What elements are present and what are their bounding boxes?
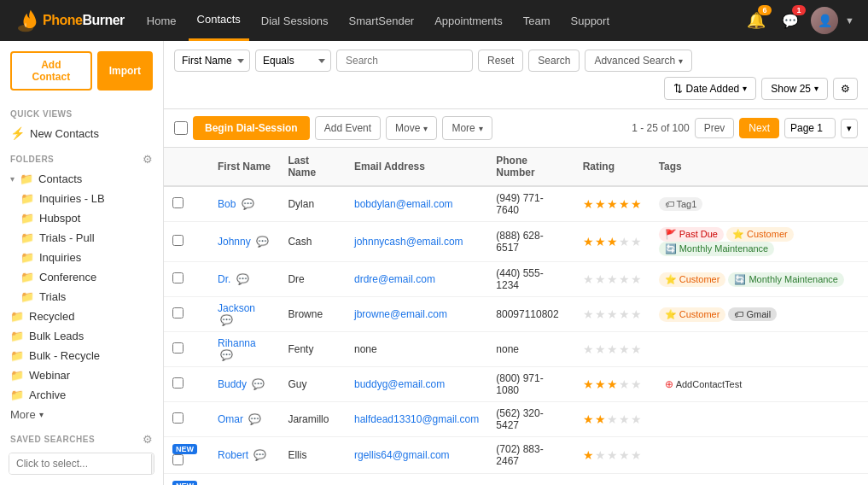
star-4: ★ (619, 448, 630, 462)
contact-first-name-link[interactable]: Omar (218, 413, 243, 425)
contact-first-name-link[interactable]: Buddy (218, 378, 247, 390)
search-button[interactable]: Search (528, 50, 580, 72)
star-1: ★ (583, 377, 594, 391)
email-link[interactable]: drdre@email.com (354, 273, 435, 285)
nav-team[interactable]: Team (515, 0, 559, 41)
comment-icon[interactable]: 💬 (242, 198, 254, 210)
select-all-checkbox[interactable] (174, 121, 188, 135)
notifications-button[interactable]: 🔔 6 (743, 7, 770, 34)
sidebar-folder-webinar[interactable]: 📁 Webinar (0, 365, 163, 385)
email-link[interactable]: rgellis64@gmail.com (354, 449, 450, 461)
comment-icon[interactable]: 💬 (252, 378, 265, 390)
comment-icon[interactable]: 💬 (220, 349, 233, 361)
nav-contacts[interactable]: Contacts (189, 0, 249, 41)
sidebar-folder-trials-pull[interactable]: 📁 Trials - Pull (0, 228, 163, 248)
page-input[interactable] (784, 118, 836, 138)
col-last-name[interactable]: Last Name (279, 148, 346, 186)
sidebar-folder-contacts[interactable]: ▾ 📁 Contacts (0, 169, 163, 189)
table-settings-button[interactable]: ⚙ (833, 78, 858, 100)
tags-cell: 🚩 Past Due⭐ Customer🔄 Monthly Maintenanc… (650, 222, 868, 262)
sidebar-folder-archive[interactable]: 📁 Archive (0, 385, 163, 405)
col-phone[interactable]: Phone Number (487, 148, 574, 186)
filter-search-input[interactable] (336, 50, 473, 72)
saved-search-dropdown-arrow[interactable]: ▾ (151, 454, 154, 474)
folders-gear-icon[interactable]: ⚙ (143, 153, 153, 166)
email-link[interactable]: buddyg@email.com (354, 378, 445, 390)
more-label: More (10, 408, 36, 421)
col-email[interactable]: Email Address (346, 148, 487, 186)
col-tags[interactable]: Tags (650, 148, 868, 186)
avatar[interactable]: 👤 (811, 7, 838, 34)
contact-first-name-link[interactable]: Rihanna (218, 337, 256, 349)
tag: ⊕ AddContactTest (659, 377, 749, 392)
sidebar-folder-bulk-recycle[interactable]: 📁 Bulk - Recycle (0, 346, 163, 365)
comment-icon[interactable]: 💬 (248, 413, 261, 425)
sidebar-item-new-contacts[interactable]: ⚡ New Contacts (0, 122, 163, 144)
comment-icon[interactable]: 💬 (220, 314, 233, 326)
show-button[interactable]: Show 25 ▾ (761, 78, 828, 100)
email-link[interactable]: halfdead13310@gmail.com (354, 413, 479, 425)
last-name-cell: Browne (279, 297, 346, 332)
prev-page-button[interactable]: Prev (695, 118, 735, 138)
sidebar-folder-inquiries[interactable]: 📁 Inquiries (0, 248, 163, 267)
email-link[interactable]: bobdylan@email.com (354, 198, 453, 210)
contact-first-name-link[interactable]: Robert (218, 449, 248, 461)
contact-first-name-link[interactable]: Johnny (218, 236, 251, 248)
nav-dial-sessions[interactable]: Dial Sessions (253, 0, 337, 41)
filter-field-select[interactable]: First Name Last Name Email Phone (174, 50, 250, 72)
nav-appointments[interactable]: Appointments (426, 0, 511, 41)
sort-button[interactable]: ⇅ Date Added ▾ (664, 77, 757, 100)
phone-cell: (949) 771-7640 (487, 186, 574, 222)
sidebar-folder-bulk-leads[interactable]: 📁 Bulk Leads (0, 326, 163, 346)
contact-first-name-link[interactable]: Dr. (218, 273, 230, 285)
sidebar-more-button[interactable]: More ▾ (0, 405, 163, 424)
move-button[interactable]: Move ▾ (386, 116, 437, 140)
sidebar-folder-conference[interactable]: 📁 Conference (0, 267, 163, 287)
row-checkbox[interactable] (172, 307, 184, 318)
star-3: ★ (607, 272, 618, 286)
sidebar-folder-hubspot[interactable]: 📁 Hubspot (0, 208, 163, 228)
email-link[interactable]: jbrowne@email.com (354, 308, 447, 320)
folders-label: FOLDERS (10, 155, 54, 164)
row-checkbox[interactable] (172, 377, 184, 389)
row-checkbox[interactable] (172, 235, 184, 246)
contact-first-name-link[interactable]: Bob (218, 198, 236, 210)
messages-button[interactable]: 💬 1 (777, 7, 804, 34)
col-rating[interactable]: Rating (574, 148, 650, 186)
comment-icon[interactable]: 💬 (236, 273, 249, 285)
saved-searches-gear-icon[interactable]: ⚙ (143, 433, 153, 446)
sidebar-folder-recycled[interactable]: 📁 Recycled (0, 307, 163, 326)
advanced-search-button[interactable]: Advanced Search ▾ (585, 50, 692, 72)
import-button[interactable]: Import (97, 51, 153, 91)
row-checkbox[interactable] (172, 197, 184, 208)
nav-support[interactable]: Support (562, 0, 619, 41)
add-event-button[interactable]: Add Event (315, 116, 381, 140)
col-first-name[interactable]: First Name (209, 148, 279, 186)
row-check-cell (164, 367, 209, 402)
nav-home[interactable]: Home (138, 0, 185, 41)
row-checkbox[interactable] (172, 342, 184, 354)
filter-operator-select[interactable]: Equals Contains Starts With (255, 50, 331, 72)
star-2: ★ (595, 377, 606, 391)
sidebar-folder-trials[interactable]: 📁 Trials (0, 287, 163, 307)
comment-icon[interactable]: 💬 (256, 236, 269, 248)
email-link[interactable]: johnnycash@email.com (354, 236, 463, 248)
add-contact-button[interactable]: Add Contact (10, 51, 92, 91)
avatar-dropdown-arrow[interactable]: ▼ (845, 15, 854, 26)
sidebar-folder-inquiries-lb[interactable]: 📁 Inquiries - LB (0, 189, 163, 208)
contact-first-name-link[interactable]: Jackson (218, 302, 255, 314)
next-page-button[interactable]: Next (739, 118, 779, 138)
row-checkbox[interactable] (172, 454, 184, 465)
row-checkbox[interactable] (172, 412, 184, 424)
begin-dial-session-button[interactable]: Begin Dial-Session (193, 116, 310, 140)
table-row: NEW Robert 💬 Ellis rgellis64@gmail.com (… (164, 437, 868, 474)
more-actions-button[interactable]: More ▾ (442, 116, 492, 140)
row-checkbox[interactable] (172, 272, 184, 283)
saved-search-select[interactable]: ▾ (9, 453, 154, 475)
saved-search-input[interactable] (9, 453, 151, 474)
page-arrow-button[interactable]: ▾ (841, 119, 858, 138)
logo[interactable]: PhoneBurner (14, 9, 125, 32)
nav-smartsender[interactable]: SmartSender (341, 0, 423, 41)
reset-button[interactable]: Reset (478, 50, 523, 72)
comment-icon[interactable]: 💬 (253, 449, 266, 461)
